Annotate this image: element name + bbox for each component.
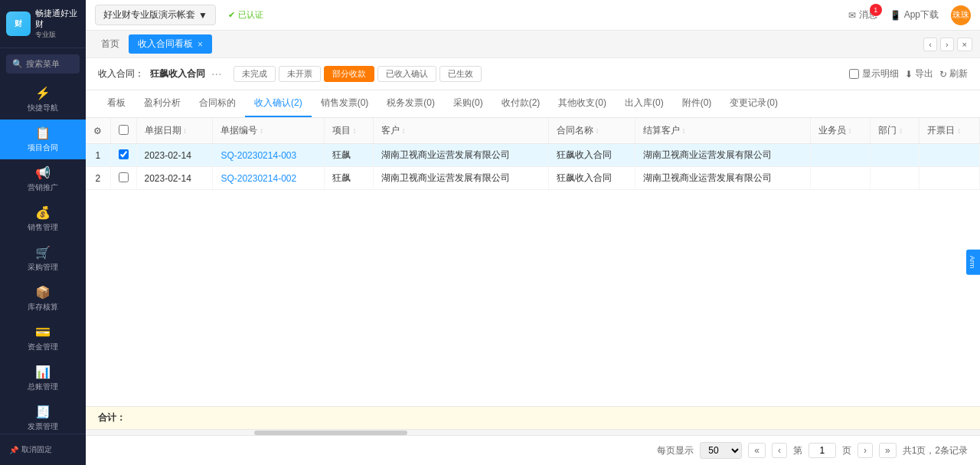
app-logo: 财 畅捷通好业财 专业版 [0, 0, 86, 48]
table-row[interactable]: 1 2023-02-14 SQ-20230214-003 狂飙 湖南卫视商业运营… [86, 144, 980, 167]
app-download-button[interactable]: 📱 App下载 [890, 8, 939, 21]
cell-contract-1: 狂飙收入合同 [548, 144, 635, 167]
col-header-project[interactable]: 项目 [324, 118, 373, 144]
show-detail-checkbox-label[interactable]: 显示明细 [849, 67, 899, 80]
sidebar-item-inventory[interactable]: 📦 库存核算 [0, 279, 86, 319]
verified-badge: ✔ 已认证 [228, 9, 263, 21]
search-icon: 🔍 [12, 59, 23, 69]
col-header-checkbox[interactable] [110, 118, 136, 144]
col-header-customer[interactable]: 客户 [373, 118, 548, 144]
tab-other[interactable]: 其他收支(0) [549, 90, 616, 117]
last-page-button[interactable]: » [879, 443, 897, 458]
sidebar-item-project[interactable]: 📋 项目合同 [0, 120, 86, 159]
download-icon: 📱 [890, 10, 901, 21]
topbar: 好业财专业版演示帐套 ▼ ✔ 已认证 ✉ 消息 1 📱 App下载 珠珠 [86, 0, 980, 31]
sidebar-item-purchase[interactable]: 🛒 采购管理 [0, 239, 86, 279]
purchase-icon: 🛒 [35, 245, 51, 260]
page-input[interactable] [808, 443, 836, 458]
status-not-invoiced[interactable]: 未开票 [279, 66, 321, 82]
col-header-department[interactable]: 部门 [871, 118, 920, 144]
status-confirmed[interactable]: 已收入确认 [377, 66, 436, 82]
user-avatar[interactable]: 珠珠 [951, 5, 971, 25]
active-tab[interactable]: 收入合同看板 × [129, 34, 212, 54]
project-icon: 📋 [35, 126, 51, 140]
col-header-contract[interactable]: 合同名称 [548, 118, 635, 144]
message-button[interactable]: ✉ 消息 1 [848, 8, 877, 21]
sidebar-item-marketing[interactable]: 📢 营销推广 [0, 159, 86, 199]
table-row[interactable]: 2 2023-02-14 SQ-20230214-002 狂飙 湖南卫视商业运营… [86, 167, 980, 190]
refresh-button[interactable]: ↻ 刷新 [939, 67, 968, 80]
col-header-settlement-customer[interactable]: 结算客户 [635, 118, 810, 144]
col-header-number[interactable]: 单据编号 [213, 118, 324, 144]
status-partial-received[interactable]: 部分收款 [324, 66, 374, 82]
table-footer: 合计： [86, 406, 980, 429]
per-page-label: 每页显示 [657, 444, 694, 457]
tab-sales-invoice[interactable]: 销售发票(0) [312, 90, 378, 117]
scrollbar-thumb[interactable] [254, 431, 407, 435]
tab-subject[interactable]: 合同标的 [190, 90, 245, 117]
tab-attachment[interactable]: 附件(0) [673, 90, 721, 117]
col-header-settings[interactable]: ⚙ [86, 118, 110, 144]
cell-project-1: 狂飙 [324, 144, 373, 167]
side-float-button[interactable]: Arm [966, 250, 980, 275]
contract-header-label: 收入合同： [98, 67, 144, 80]
col-header-salesman[interactable]: 业务员 [810, 118, 871, 144]
first-page-button[interactable]: « [748, 443, 766, 458]
cell-number-2[interactable]: SQ-20230214-002 [213, 167, 324, 190]
general-icon: 📊 [35, 365, 51, 379]
tab-profit[interactable]: 盈利分析 [135, 90, 190, 117]
company-selector[interactable]: 好业财专业版演示帐套 ▼ [95, 5, 216, 25]
doc-link-1[interactable]: SQ-20230214-003 [220, 150, 296, 161]
status-effective[interactable]: 已生效 [439, 66, 482, 82]
search-menu-button[interactable]: 🔍 搜索菜单 [6, 54, 80, 74]
table-container: ⚙ 单据日期 单据编号 项目 客户 合同名称 结算客户 业务员 部门 开票日 [86, 118, 980, 406]
show-detail-checkbox[interactable] [849, 69, 859, 79]
page-size-select[interactable]: 50 100 200 [700, 442, 742, 459]
sidebar-item-capital[interactable]: 💳 资金管理 [0, 319, 86, 359]
tab-kanban[interactable]: 看板 [98, 90, 135, 117]
header-actions: 显示明细 ⬇ 导出 ↻ 刷新 [849, 67, 968, 80]
cell-open-date-2 [920, 167, 980, 190]
data-table: ⚙ 单据日期 单据编号 项目 客户 合同名称 结算客户 业务员 部门 开票日 [86, 118, 980, 190]
check-icon: ✔ [228, 10, 235, 20]
prev-page-button[interactable]: ‹ [772, 443, 787, 458]
tab-prev-button[interactable]: ‹ [923, 38, 937, 51]
home-tab[interactable]: 首页 [93, 34, 127, 54]
pagination: 每页显示 50 100 200 « ‹ 第 页 › » 共1页，2条记录 [86, 435, 980, 465]
tab-next-button[interactable]: › [940, 38, 954, 51]
tab-purchase[interactable]: 采购(0) [444, 90, 492, 117]
cancel-fixed-button[interactable]: 📌 取消固定 [6, 440, 80, 459]
subtabs: 看板 盈利分析 合同标的 收入确认(2) 销售发票(0) 税务发票(0) 采购(… [86, 90, 980, 118]
contract-header: 收入合同： 狂飙收入合同 ··· 未完成 未开票 部分收款 已收入确认 已生效 … [86, 58, 980, 90]
cell-date-1: 2023-02-14 [136, 144, 213, 167]
status-not-complete[interactable]: 未完成 [234, 66, 276, 82]
tab-close-button[interactable]: × [957, 38, 972, 51]
tab-revenue-confirm[interactable]: 收入确认(2) [245, 90, 312, 117]
export-button[interactable]: ⬇ 导出 [905, 67, 933, 80]
tab-stock[interactable]: 出入库(0) [616, 90, 673, 117]
tab-tax-invoice[interactable]: 税务发票(0) [377, 90, 444, 117]
sidebar-item-invoice[interactable]: 🧾 发票管理 [0, 398, 86, 434]
marketing-icon: 📢 [35, 165, 51, 180]
sidebar-item-sales[interactable]: 💰 销售管理 [0, 199, 86, 239]
sidebar-item-quick-nav[interactable]: ⚡ 快捷导航 [0, 80, 86, 120]
next-page-button[interactable]: › [858, 443, 873, 458]
horizontal-scrollbar[interactable] [86, 429, 980, 435]
tab-change-log[interactable]: 变更记录(0) [720, 90, 787, 117]
page-label: 第 [793, 444, 802, 457]
close-tab-button[interactable]: × [198, 39, 203, 50]
doc-link-2[interactable]: SQ-20230214-002 [220, 173, 296, 184]
tab-payment[interactable]: 收付款(2) [492, 90, 550, 117]
more-button[interactable]: ··· [211, 67, 221, 81]
contract-title: 狂飙收入合同 [150, 67, 205, 80]
cell-number-1[interactable]: SQ-20230214-003 [213, 144, 324, 167]
cell-checkbox-2[interactable] [110, 167, 136, 190]
sidebar-item-general[interactable]: 📊 总账管理 [0, 359, 86, 398]
select-all-checkbox[interactable] [119, 125, 129, 135]
col-header-date[interactable]: 单据日期 [136, 118, 213, 144]
cell-checkbox-1[interactable] [110, 144, 136, 167]
quick-nav-icon: ⚡ [35, 86, 51, 100]
col-header-open-date[interactable]: 开票日 [920, 118, 980, 144]
cancel-fixed-icon: 📌 [9, 446, 18, 454]
cell-num-2: 2 [86, 167, 110, 190]
